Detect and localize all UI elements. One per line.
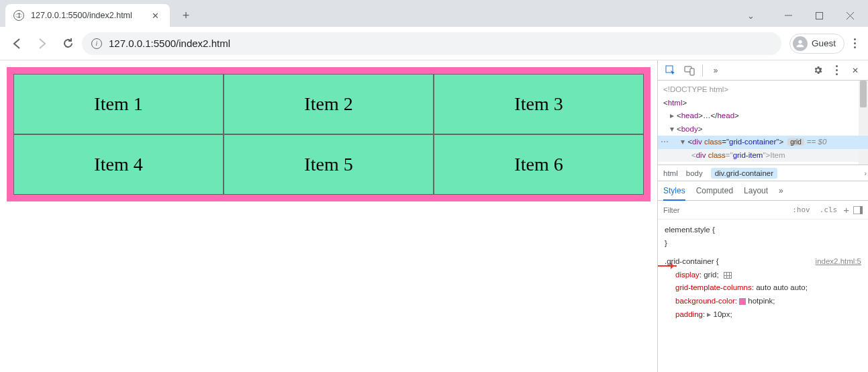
- devtools-panel: » ✕ <!DOCTYPE html> <html> ▸<head>…</hea…: [657, 60, 868, 372]
- back-button[interactable]: [5, 32, 28, 55]
- close-devtools-icon[interactable]: ✕: [847, 62, 864, 79]
- dom-line-selected[interactable]: ⋯ ▾<div class="grid-container">grid== $0: [658, 136, 868, 149]
- grid-item: Item 2: [224, 74, 434, 134]
- profile-button[interactable]: Guest: [789, 34, 845, 54]
- style-prop[interactable]: background-color: hotpink;: [665, 295, 861, 308]
- source-link[interactable]: index2.html:5: [816, 255, 861, 269]
- color-swatch-icon[interactable]: [739, 298, 746, 305]
- cls-toggle[interactable]: .cls: [816, 204, 841, 216]
- new-tab-button[interactable]: +: [177, 6, 195, 25]
- globe-icon: [13, 10, 24, 21]
- tab-styles[interactable]: Styles: [663, 182, 685, 201]
- browser-toolbar: i 127.0.0.1:5500/index2.html Guest: [0, 27, 868, 60]
- style-prop[interactable]: display: grid;: [665, 269, 861, 282]
- minimize-icon[interactable]: [773, 5, 804, 26]
- svg-rect-3: [690, 68, 694, 75]
- toggle-sidebar-icon[interactable]: [853, 206, 863, 214]
- style-prop[interactable]: grid-template-columns: auto auto auto;: [665, 281, 861, 295]
- more-tabs-icon[interactable]: »: [779, 182, 783, 199]
- browser-menu-icon[interactable]: [847, 38, 863, 48]
- crumb-item-selected[interactable]: div.grid-container: [711, 168, 777, 179]
- grid-item: Item 3: [434, 74, 644, 134]
- dom-line[interactable]: <!DOCTYPE html>: [658, 83, 868, 97]
- style-rule: element.style {: [665, 224, 861, 237]
- inspect-icon[interactable]: [662, 62, 679, 79]
- chevron-right-icon[interactable]: ›: [864, 169, 867, 177]
- style-rule: .grid-container {index2.html:5: [665, 255, 861, 269]
- close-tab-icon[interactable]: ✕: [149, 9, 162, 22]
- styles-tabs: Styles Computed Layout »: [658, 181, 868, 201]
- profile-label: Guest: [812, 38, 836, 48]
- settings-icon[interactable]: [809, 62, 826, 79]
- hov-toggle[interactable]: :hov: [789, 204, 814, 216]
- more-tabs-icon[interactable]: »: [707, 62, 724, 79]
- chevron-down-icon[interactable]: ⌄: [735, 5, 766, 26]
- dom-breadcrumb: html body div.grid-container ›: [658, 165, 868, 181]
- crumb-item[interactable]: body: [686, 169, 703, 177]
- grid-container: Item 1 Item 2 Item 3 Item 4 Item 5 Item …: [7, 67, 650, 201]
- grid-badge-icon[interactable]: [724, 272, 732, 279]
- devtools-menu-icon[interactable]: [828, 62, 845, 79]
- info-icon[interactable]: i: [91, 38, 102, 49]
- grid-item: Item 5: [224, 134, 434, 195]
- styles-filter-bar: :hov .cls +: [658, 201, 868, 220]
- tab-computed[interactable]: Computed: [696, 182, 733, 199]
- new-rule-icon[interactable]: +: [843, 204, 849, 216]
- grid-item: Item 1: [13, 74, 224, 134]
- dom-line[interactable]: <html>: [658, 97, 868, 110]
- browser-tab-bar: 127.0.0.1:5500/index2.html ✕ + ⌄: [0, 0, 868, 27]
- grid-item: Item 4: [13, 134, 224, 195]
- scrollbar[interactable]: [859, 81, 868, 165]
- dom-line[interactable]: ▾<body>: [658, 123, 868, 136]
- grid-item: Item 6: [434, 134, 644, 195]
- browser-tab[interactable]: 127.0.0.1:5500/index2.html ✕: [5, 4, 170, 27]
- close-window-icon[interactable]: [834, 5, 865, 26]
- maximize-icon[interactable]: [804, 5, 834, 26]
- arrow-annotation: [658, 265, 677, 267]
- device-toggle-icon[interactable]: [681, 62, 698, 79]
- filter-input[interactable]: [662, 203, 786, 217]
- devtools-header: » ✕: [658, 60, 868, 81]
- avatar-icon: [793, 36, 808, 51]
- forward-button[interactable]: [31, 32, 54, 55]
- window-controls: ⌄: [735, 4, 868, 27]
- tab-layout[interactable]: Layout: [744, 182, 768, 199]
- crumb-item[interactable]: html: [663, 169, 678, 177]
- dom-tree[interactable]: <!DOCTYPE html> <html> ▸<head>…</head> ▾…: [658, 81, 868, 165]
- styles-pane[interactable]: element.style { } .grid-container {index…: [658, 220, 868, 372]
- dom-line[interactable]: <div class="grid-item">Item: [658, 149, 868, 162]
- dom-line[interactable]: ▸<head>…</head>: [658, 109, 868, 123]
- tab-title: 127.0.0.1:5500/index2.html: [31, 11, 142, 20]
- page-viewport: Item 1 Item 2 Item 3 Item 4 Item 5 Item …: [0, 60, 657, 372]
- style-rule: }: [665, 237, 861, 250]
- reload-button[interactable]: [56, 32, 79, 55]
- style-prop[interactable]: padding: ▸ 10px;: [665, 308, 861, 322]
- svg-rect-0: [816, 12, 822, 19]
- address-bar[interactable]: i 127.0.0.1:5500/index2.html: [82, 32, 781, 55]
- url-text: 127.0.0.1:5500/index2.html: [109, 38, 230, 49]
